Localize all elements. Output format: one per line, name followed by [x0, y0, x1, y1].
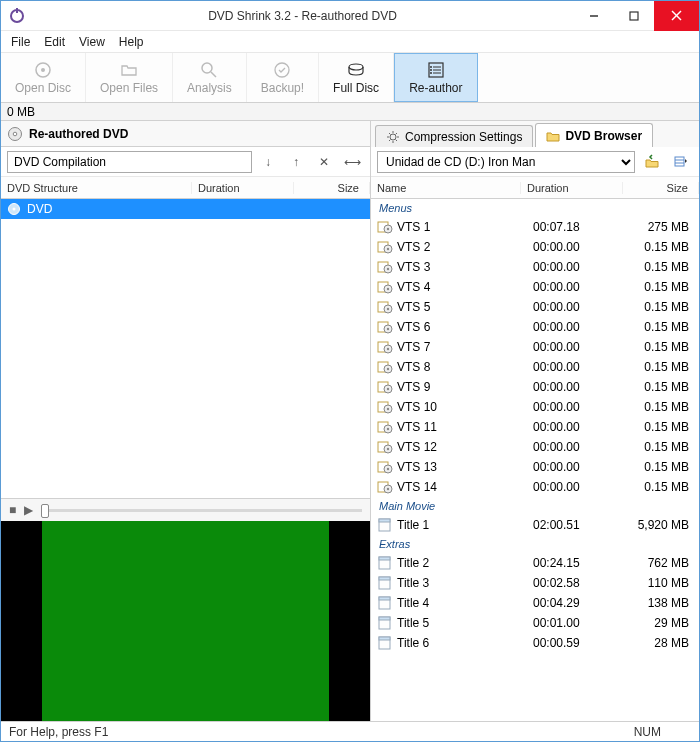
- dvd-structure-tree[interactable]: DVD: [1, 199, 370, 464]
- item-size: 762 MB: [623, 556, 693, 570]
- item-size: 138 MB: [623, 596, 693, 610]
- item-duration: 00:00.00: [533, 280, 623, 294]
- list-item[interactable]: Title 102:00.515,920 MB: [371, 515, 699, 535]
- view-options-button[interactable]: [669, 151, 693, 173]
- browser-scroll[interactable]: MenusVTS 100:07.18275 MBVTS 200:00.000.1…: [371, 199, 699, 721]
- item-duration: 00:07.18: [533, 220, 623, 234]
- analysis-button[interactable]: Analysis: [173, 53, 247, 102]
- list-item[interactable]: VTS 100:07.18275 MB: [371, 217, 699, 237]
- list-item[interactable]: VTS 700:00.000.15 MB: [371, 337, 699, 357]
- open-disc-button[interactable]: Open Disc: [1, 53, 86, 102]
- browser-list: MenusVTS 100:07.18275 MBVTS 200:00.000.1…: [371, 199, 699, 721]
- svg-point-38: [387, 288, 389, 290]
- stop-button[interactable]: ■: [9, 503, 16, 517]
- open-files-label: Open Files: [100, 81, 158, 95]
- list-item[interactable]: VTS 1300:00.000.15 MB: [371, 457, 699, 477]
- left-pane-header: Re-authored DVD: [1, 121, 370, 147]
- list-item[interactable]: VTS 600:00.000.15 MB: [371, 317, 699, 337]
- item-duration: 00:00.00: [533, 360, 623, 374]
- trim-button[interactable]: ⟷: [340, 151, 364, 173]
- compilation-row: ↓ ↑ ✕ ⟷: [1, 147, 370, 177]
- item-name: VTS 1: [397, 220, 533, 234]
- item-duration: 00:00.00: [533, 480, 623, 494]
- delete-button[interactable]: ✕: [312, 151, 336, 173]
- list-item[interactable]: VTS 1200:00.000.15 MB: [371, 437, 699, 457]
- svg-point-7: [41, 68, 45, 72]
- move-down-button[interactable]: ↓: [256, 151, 280, 173]
- list-item[interactable]: VTS 400:00.000.15 MB: [371, 277, 699, 297]
- title-icon: [377, 596, 393, 610]
- menu-view[interactable]: View: [79, 35, 105, 49]
- tree-root-row[interactable]: DVD: [1, 199, 370, 219]
- open-files-button[interactable]: Open Files: [86, 53, 173, 102]
- list-item[interactable]: Title 300:02.58110 MB: [371, 573, 699, 593]
- maximize-button[interactable]: [614, 1, 654, 31]
- tab-compression-settings[interactable]: Compression Settings: [375, 125, 533, 147]
- svg-point-56: [387, 408, 389, 410]
- window-controls: [574, 1, 699, 31]
- folder-up-icon: [644, 154, 660, 170]
- menu-edit[interactable]: Edit: [44, 35, 65, 49]
- svg-rect-3: [630, 12, 638, 20]
- list-item[interactable]: Title 200:24.15762 MB: [371, 553, 699, 573]
- slider-thumb[interactable]: [41, 504, 49, 518]
- move-up-button[interactable]: ↑: [284, 151, 308, 173]
- x-icon: ✕: [319, 155, 329, 169]
- vts-icon: [377, 360, 393, 374]
- menu-help[interactable]: Help: [119, 35, 144, 49]
- close-button[interactable]: [654, 1, 699, 31]
- menu-file[interactable]: File: [11, 35, 30, 49]
- right-columns-header: Name Duration Size: [371, 177, 699, 199]
- col-structure[interactable]: DVD Structure: [1, 182, 192, 194]
- list-item[interactable]: Title 400:04.29138 MB: [371, 593, 699, 613]
- list-item[interactable]: VTS 800:00.000.15 MB: [371, 357, 699, 377]
- svg-point-8: [202, 63, 212, 73]
- item-name: Title 5: [397, 616, 533, 630]
- minimize-button[interactable]: [574, 1, 614, 31]
- title-icon: [377, 616, 393, 630]
- full-disc-button[interactable]: Full Disc: [319, 53, 394, 102]
- up-folder-button[interactable]: [640, 151, 664, 173]
- item-duration: 00:00.00: [533, 380, 623, 394]
- list-item[interactable]: VTS 200:00.000.15 MB: [371, 237, 699, 257]
- list-item[interactable]: Title 600:00.5928 MB: [371, 633, 699, 653]
- list-item[interactable]: VTS 1100:00.000.15 MB: [371, 417, 699, 437]
- item-name: VTS 14: [397, 480, 533, 494]
- list-item[interactable]: VTS 300:00.000.15 MB: [371, 257, 699, 277]
- vts-icon: [377, 460, 393, 474]
- col-duration[interactable]: Duration: [521, 182, 623, 194]
- item-duration: 00:00.00: [533, 420, 623, 434]
- right-pane: Compression Settings DVD Browser Unidad …: [371, 121, 699, 721]
- backup-button[interactable]: Backup!: [247, 53, 319, 102]
- item-name: VTS 2: [397, 240, 533, 254]
- list-item[interactable]: VTS 1400:00.000.15 MB: [371, 477, 699, 497]
- analysis-label: Analysis: [187, 81, 232, 95]
- reauthor-button[interactable]: Re-author: [394, 53, 477, 102]
- play-button[interactable]: ▶: [24, 503, 33, 517]
- item-duration: 02:00.51: [533, 518, 623, 532]
- drive-select[interactable]: Unidad de CD (D:) Iron Man: [377, 151, 635, 173]
- col-duration[interactable]: Duration: [192, 182, 294, 194]
- item-duration: 00:00.00: [533, 440, 623, 454]
- list-item[interactable]: Title 500:01.0029 MB: [371, 613, 699, 633]
- statusbar: For Help, press F1 NUM: [1, 721, 699, 741]
- svg-point-47: [387, 348, 389, 350]
- list-item[interactable]: VTS 1000:00.000.15 MB: [371, 397, 699, 417]
- preview-slider[interactable]: [41, 509, 362, 512]
- disc-icon: [34, 61, 52, 79]
- drive-row: Unidad de CD (D:) Iron Man: [371, 147, 699, 177]
- list-item[interactable]: VTS 500:00.000.15 MB: [371, 297, 699, 317]
- col-size[interactable]: Size: [623, 182, 699, 194]
- item-size: 0.15 MB: [623, 240, 693, 254]
- list-item[interactable]: VTS 900:00.000.15 MB: [371, 377, 699, 397]
- svg-rect-24: [675, 157, 684, 166]
- item-size: 0.15 MB: [623, 380, 693, 394]
- col-name[interactable]: Name: [371, 182, 521, 194]
- compilation-name-input[interactable]: [7, 151, 252, 173]
- title-icon: [377, 576, 393, 590]
- disc-icon: [7, 202, 21, 216]
- col-size[interactable]: Size: [294, 182, 370, 194]
- tab-dvd-browser[interactable]: DVD Browser: [535, 123, 653, 147]
- item-name: VTS 9: [397, 380, 533, 394]
- view-icon: [673, 154, 689, 170]
